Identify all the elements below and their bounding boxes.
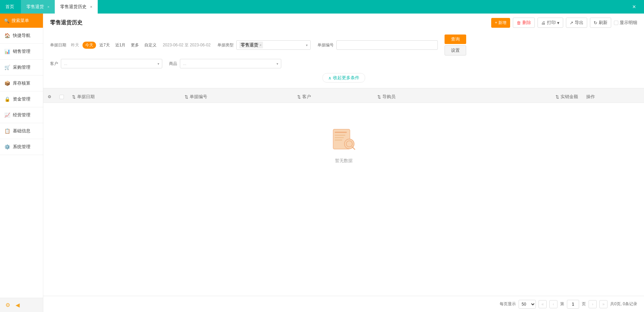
export-button[interactable]: ↗ 导出 <box>566 18 587 28</box>
sidebar-search-label: 搜索菜单 <box>11 18 29 24</box>
print-button[interactable]: 🖨 打印 ▾ <box>538 18 563 28</box>
date-filter: 单据日期 昨天 今天 近7天 近1月 更多 自定义 2023-06-02 至 2… <box>50 42 211 49</box>
number-filter: 单据编号 <box>317 40 438 50</box>
sidebar-item-inventory-label: 库存核算 <box>13 80 30 86</box>
number-filter-label: 单据编号 <box>317 42 334 48</box>
sidebar-search[interactable]: 🔍 搜索菜单 <box>0 14 43 28</box>
number-input[interactable] <box>336 40 438 50</box>
print-dropdown-icon: ▾ <box>557 20 559 25</box>
sidebar-item-system-mgmt[interactable]: ⚙️ 系统管理 <box>0 139 43 155</box>
date-range-display: 2023-06-02 至 2023-06-02 <box>163 42 210 48</box>
set-button[interactable]: 设置 <box>445 45 466 55</box>
goods-placeholder: ... <box>183 61 186 66</box>
delete-button[interactable]: 🗑 删除 <box>513 18 535 28</box>
prev-page-button[interactable]: ‹ <box>549 300 557 308</box>
sidebar-item-sales-mgmt[interactable]: 📊 销售管理 <box>0 44 43 60</box>
type-tag-close[interactable]: × <box>260 43 262 47</box>
tab-home[interactable]: 首页 <box>0 0 20 14</box>
filter-area: 单据日期 昨天 今天 近7天 近1月 更多 自定义 2023-06-02 至 2… <box>50 32 637 85</box>
type-filter-label: 单据类型 <box>217 42 234 48</box>
page-title-row: 零售退货历史 + 新增 🗑 删除 🖨 打印 ▾ ↗ 导出 <box>50 18 637 28</box>
sales-mgmt-icon: 📊 <box>4 48 10 54</box>
th-amount[interactable]: ⇅ 实销金额 <box>470 91 582 103</box>
print-icon: 🖨 <box>541 20 546 25</box>
sidebar-item-purchase-mgmt-label: 采购管理 <box>13 64 30 70</box>
svg-line-7 <box>352 147 355 149</box>
collapse-sidebar-icon[interactable]: ◀ <box>16 302 20 308</box>
date-7days[interactable]: 近7天 <box>97 42 112 49</box>
tab-retail-return-history-close[interactable]: × <box>90 5 92 9</box>
th-date[interactable]: ⇅ 单据日期 <box>68 91 181 103</box>
search-icon: 🔍 <box>4 18 9 23</box>
sidebar-item-basic-info-label: 基础信息 <box>13 128 30 134</box>
date-today[interactable]: 今天 <box>82 42 96 49</box>
type-select[interactable]: 零售退货 × ▾ <box>236 40 311 50</box>
last-page-button[interactable]: » <box>599 300 607 308</box>
sidebar-item-finance-label: 资金管理 <box>13 96 30 102</box>
date-more[interactable]: 更多 <box>129 42 141 49</box>
display-checkbox[interactable] <box>614 21 618 25</box>
customer-select-arrow: ▾ <box>158 62 159 66</box>
customer-select[interactable]: ... ▾ <box>61 59 162 68</box>
tab-home-label: 首页 <box>5 4 14 10</box>
date-custom[interactable]: 自定义 <box>142 42 159 49</box>
empty-text: 暂无数据 <box>335 158 353 164</box>
th-checkbox[interactable] <box>55 91 68 103</box>
page-size-select[interactable]: 10 20 50 100 <box>519 300 536 309</box>
tab-list: 首页 零售退货 × 零售退货历史 × <box>0 0 629 14</box>
type-tag-label: 零售退货 <box>241 42 258 48</box>
date-yesterday[interactable]: 昨天 <box>69 42 81 49</box>
th-settings[interactable]: ⚙ <box>43 91 55 103</box>
sidebar-item-purchase-mgmt[interactable]: 🛒 采购管理 <box>0 60 43 75</box>
th-customer[interactable]: ⇅ 客户 <box>293 91 374 103</box>
type-filter: 单据类型 零售退货 × ▾ <box>217 40 311 50</box>
customer-placeholder: ... <box>64 61 67 66</box>
goods-select[interactable]: ... ▾ <box>180 59 281 68</box>
export-icon: ↗ <box>570 20 573 25</box>
operations-icon: 📈 <box>4 112 10 118</box>
sidebar-item-sales-mgmt-label: 销售管理 <box>13 48 30 54</box>
sidebar-item-operations-label: 经营管理 <box>13 112 30 118</box>
next-page-button[interactable]: › <box>589 300 597 308</box>
collapse-button[interactable]: ∧ 收起更多条件 <box>323 73 365 83</box>
toolbar: + 新增 🗑 删除 🖨 打印 ▾ ↗ 导出 ↻ <box>491 18 637 28</box>
th-number[interactable]: ⇅ 单据编号 <box>181 91 293 103</box>
filter-row-1: 单据日期 昨天 今天 近7天 近1月 更多 自定义 2023-06-02 至 2… <box>50 35 637 55</box>
sidebar-item-basic-info[interactable]: 📋 基础信息 <box>0 123 43 139</box>
tab-retail-return-history-label: 零售退货历史 <box>60 4 87 10</box>
collapse-icon: ∧ <box>328 75 332 81</box>
tab-retail-return-close[interactable]: × <box>47 5 49 9</box>
display-toggle[interactable]: 显示明细 <box>614 20 637 26</box>
inventory-icon: 📦 <box>4 80 10 86</box>
th-guide[interactable]: ⇅ 导购员 <box>373 91 470 103</box>
first-page-button[interactable]: « <box>539 300 547 308</box>
table-wrapper: ⚙ ⇅ 单据日期 <box>43 91 644 296</box>
settings-bottom-icon[interactable]: ⚙ <box>5 302 10 308</box>
sidebar-item-operations[interactable]: 📈 经营管理 <box>0 107 43 123</box>
date-1month[interactable]: 近1月 <box>113 42 128 49</box>
sidebar-item-system-mgmt-label: 系统管理 <box>13 144 30 150</box>
header-checkbox[interactable] <box>59 95 64 99</box>
main-layout: 🔍 搜索菜单 🏠 快捷导航 📊 销售管理 🛒 采购管理 📦 库存核算 🔒 <box>0 14 644 312</box>
page-header: 零售退货历史 + 新增 🗑 删除 🖨 打印 ▾ ↗ 导出 <box>43 14 644 88</box>
refresh-button[interactable]: ↻ 刷新 <box>590 18 611 28</box>
tab-retail-return-history[interactable]: 零售退货历史 × <box>55 0 97 14</box>
window-close-button[interactable]: × <box>629 3 639 10</box>
sidebar-item-inventory[interactable]: 📦 库存核算 <box>0 75 43 91</box>
type-select-arrow: ▾ <box>306 43 308 47</box>
tab-retail-return[interactable]: 零售退货 × <box>21 0 55 14</box>
page-input[interactable] <box>567 300 579 309</box>
content-area: 零售退货历史 + 新增 🗑 删除 🖨 打印 ▾ ↗ 导出 <box>43 14 644 312</box>
sidebar-item-finance[interactable]: 🔒 资金管理 <box>0 91 43 107</box>
page-title: 零售退货历史 <box>50 19 82 26</box>
page-size-label: 每页显示 <box>500 301 516 307</box>
empty-state: 暂无数据 <box>43 103 644 184</box>
goods-select-arrow: ▾ <box>277 62 278 66</box>
sidebar-item-quick-nav[interactable]: 🏠 快捷导航 <box>0 28 43 44</box>
svg-rect-2 <box>335 135 345 136</box>
query-button[interactable]: 查询 <box>445 35 466 44</box>
new-button[interactable]: + 新增 <box>491 18 510 28</box>
date-filter-label: 单据日期 <box>50 42 66 48</box>
type-tag: 零售退货 × <box>239 42 263 48</box>
display-label: 显示明细 <box>620 20 637 26</box>
